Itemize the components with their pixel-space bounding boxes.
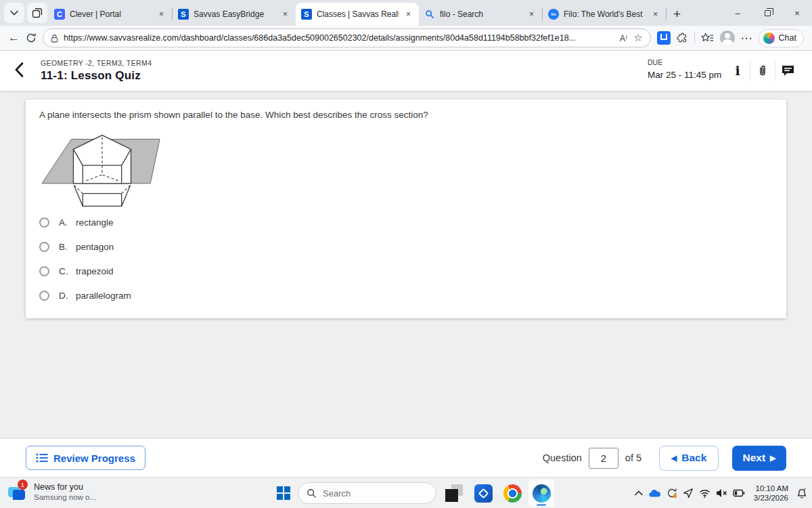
new-tab-button[interactable]: + (673, 7, 681, 22)
clock-time: 10:10 AM (754, 484, 788, 493)
volume-muted-button[interactable] (716, 488, 727, 498)
read-aloud-icon[interactable]: A⁾ (620, 33, 627, 43)
lock-icon (51, 34, 58, 43)
taskbar-app-chrome[interactable] (499, 480, 525, 507)
info-button[interactable]: i (725, 63, 750, 78)
news-headline: News for you (34, 482, 96, 492)
widgets-button[interactable]: 1 News for you Samsung now o... (7, 481, 96, 503)
location-in-use-button[interactable] (683, 488, 694, 499)
wifi-button[interactable] (699, 489, 710, 498)
minimize-button[interactable]: – (723, 0, 752, 26)
profile-avatar[interactable] (720, 30, 735, 45)
radio-button[interactable] (39, 291, 49, 301)
taskbar-search[interactable] (298, 482, 436, 504)
battery-button[interactable] (733, 489, 745, 497)
tab-label: Filo: The World's Best Stud (564, 9, 646, 19)
pagination-controls: Question of 5 ◀ Back Next ▶ (543, 446, 786, 471)
system-tray: 10:10 AM 3/23/2026 z (635, 478, 808, 508)
restore-icon (765, 10, 771, 16)
browser-back-button[interactable]: ← (8, 31, 20, 45)
favorites-hub-button[interactable] (701, 33, 714, 43)
taskbar-app-blue[interactable] (470, 480, 496, 507)
close-button[interactable]: × (782, 0, 812, 26)
toolbar-divider (694, 32, 695, 44)
extensions-button[interactable] (677, 33, 688, 44)
tab-separator (666, 8, 667, 20)
windows-logo-icon (277, 486, 290, 500)
wifi-icon (699, 489, 710, 498)
back-button[interactable]: ◀ Back (659, 446, 719, 471)
extension-glyph (660, 34, 667, 40)
attachment-button[interactable] (750, 64, 775, 77)
tab-classes-savvas-realize[interactable]: S Classes | Savvas Realize × (296, 3, 419, 26)
comment-button[interactable] (775, 65, 800, 77)
radio-button[interactable] (39, 217, 49, 228)
of-total-label: of 5 (625, 452, 641, 463)
radio-button[interactable] (39, 242, 49, 252)
filo-favicon: filo (548, 9, 559, 20)
refresh-button[interactable] (26, 33, 37, 43)
next-label: Next (742, 452, 765, 464)
copilot-chat-button[interactable]: Chat (759, 29, 804, 47)
notifications-dnd-button[interactable]: z (796, 487, 808, 499)
review-progress-button[interactable]: Review Progress (26, 446, 145, 470)
favorite-star-icon[interactable]: ☆ (633, 32, 642, 44)
pinned-extension-icon[interactable] (657, 31, 671, 45)
tab-savvas-easybridge[interactable]: S Savvas EasyBridge × (173, 3, 296, 26)
tab-search-button[interactable] (4, 3, 24, 23)
clock-date: 3/23/2026 (754, 493, 788, 503)
onedrive-button[interactable] (648, 488, 661, 498)
search-input[interactable] (323, 488, 411, 499)
tab-close-icon[interactable]: × (403, 8, 413, 20)
workspaces-icon (32, 7, 43, 18)
search-icon (307, 488, 317, 499)
address-bar[interactable]: https://www.savvasrealize.com/dashboard/… (43, 28, 651, 47)
comment-icon (782, 65, 794, 77)
chat-label: Chat (779, 33, 796, 43)
sync-icon (667, 488, 677, 499)
windows-taskbar: 1 News for you Samsung now o... (0, 477, 812, 508)
tab-filo-website[interactable]: filo Filo: The World's Best Stud × (543, 3, 666, 26)
url-text: https://www.savvasrealize.com/dashboard/… (64, 33, 614, 43)
taskbar-app-edge[interactable] (528, 480, 554, 507)
question-text: A plane intersects the prism shown paral… (39, 110, 428, 120)
tab-clever-portal[interactable]: C Clever | Portal × (49, 3, 172, 26)
radio-button[interactable] (39, 266, 49, 276)
workspaces-button[interactable] (27, 3, 47, 23)
tab-filo-search[interactable]: filo - Search × (419, 3, 542, 26)
show-hidden-icons-button[interactable] (635, 490, 643, 496)
taskbar-app-dark[interactable] (441, 480, 467, 507)
assignment-back-button[interactable] (15, 62, 24, 77)
tab-label: filo - Search (440, 9, 522, 19)
settings-more-button[interactable]: ⋯ (741, 31, 752, 45)
taskbar-clock[interactable]: 10:10 AM 3/23/2026 (754, 484, 788, 503)
blue-diamond-app-icon (474, 484, 493, 503)
location-arrow-icon (683, 488, 694, 499)
prism-figure (37, 129, 164, 211)
tab-label: Clever | Portal (70, 9, 152, 19)
widgets-icon: 1 (7, 481, 28, 503)
restore-button[interactable] (752, 0, 782, 26)
speaker-mute-icon (716, 488, 727, 498)
tab-close-icon[interactable]: × (156, 8, 166, 20)
windows-update-button[interactable] (667, 488, 677, 499)
chevron-down-icon (10, 10, 18, 16)
tab-close-icon[interactable]: × (650, 8, 660, 20)
option-label: parallelogram (76, 291, 131, 301)
start-button[interactable] (272, 482, 295, 504)
tab-close-icon[interactable]: × (526, 8, 537, 20)
browser-tab-strip: C Clever | Portal × S Savvas EasyBridge … (0, 0, 812, 26)
option-label: trapezoid (76, 266, 114, 276)
dark-app-icon (445, 484, 463, 502)
news-subtext: Samsung now o... (34, 493, 96, 501)
question-number-input[interactable] (589, 448, 618, 469)
screen: C Clever | Portal × S Savvas EasyBridge … (0, 0, 812, 508)
next-button[interactable]: Next ▶ (732, 446, 786, 471)
assignment-tools: i (725, 58, 800, 83)
tab-close-icon[interactable]: × (280, 8, 290, 20)
favorites-list-icon (701, 33, 714, 43)
chevron-left-icon (15, 62, 24, 77)
battery-low-icon (733, 489, 745, 497)
tab-label: Savvas EasyBridge (194, 9, 275, 19)
edge-icon (533, 484, 551, 503)
